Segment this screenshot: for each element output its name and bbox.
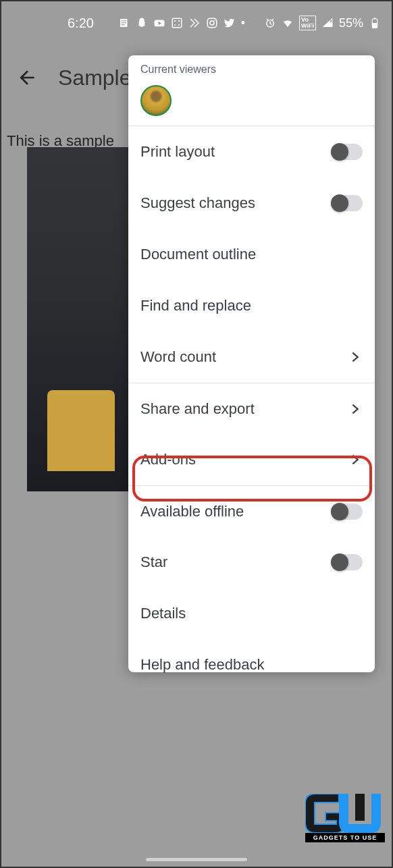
watermark-logo: GADGETS TO USE [305,794,386,842]
menu-label: Help and feedback [140,656,264,674]
chevron-right-icon [348,350,363,364]
signal-icon: ✕ [321,17,334,29]
navigation-handle[interactable] [146,858,247,861]
svg-rect-18 [355,794,365,821]
menu-find-replace[interactable]: Find and replace [128,280,375,331]
menu-label: Word count [140,348,216,366]
star-toggle[interactable] [332,554,363,570]
svg-rect-2 [121,22,126,23]
vowifi-indicator: VoWiFi [299,16,316,30]
menu-document-outline[interactable]: Document outline [128,229,375,280]
notification-icon [118,17,130,29]
chevron-right-icon [348,402,363,416]
svg-rect-5 [172,18,182,28]
menu-label: Details [140,605,186,622]
viewer-avatar[interactable] [140,85,172,116]
logo-u-icon [339,794,381,833]
svg-point-9 [178,24,180,26]
alarm-icon [264,17,276,29]
app-icon [188,17,201,29]
menu-help-feedback[interactable]: Help and feedback [128,639,375,690]
menu-star[interactable]: Star [128,537,375,588]
svg-text:✕: ✕ [328,18,333,24]
svg-point-11 [210,21,214,25]
print-layout-toggle[interactable] [332,144,363,160]
current-viewers-label: Current viewers [128,55,375,78]
status-bar: 6:20 • VoWiFi ✕ 55% [0,11,388,35]
svg-point-6 [174,20,176,22]
menu-label: Document outline [140,246,256,263]
overflow-menu: Current viewers Print layout Suggest cha… [128,55,375,672]
instagram-icon [206,17,218,29]
menu-print-layout[interactable]: Print layout [128,126,375,178]
viewers-row [128,78,375,126]
document-title: Sample [58,65,132,90]
back-button[interactable] [15,65,39,90]
menu-share-export[interactable]: Share and export [128,383,375,434]
svg-rect-16 [372,23,377,28]
svg-point-12 [214,20,215,21]
suggest-changes-toggle[interactable] [332,195,363,211]
twitter-icon [224,17,236,29]
menu-word-count[interactable]: Word count [128,331,375,383]
status-time: 6:20 [68,16,94,31]
svg-rect-17 [374,18,376,20]
menu-label: Suggest changes [140,194,255,212]
menu-label: Star [140,553,167,571]
apps-icon [171,17,183,29]
annotation-highlight [132,456,372,501]
svg-point-8 [174,24,176,26]
image-object [47,390,115,471]
wifi-icon [282,17,294,29]
offline-toggle[interactable] [332,504,363,520]
menu-label: Available offline [140,503,244,520]
youtube-icon [153,17,165,29]
snapchat-icon [136,17,148,29]
watermark-text: GADGETS TO USE [305,833,385,842]
menu-suggest-changes[interactable]: Suggest changes [128,178,375,229]
menu-label: Find and replace [140,297,251,315]
menu-label: Print layout [140,143,215,161]
battery-text: 55% [339,16,363,30]
svg-rect-1 [121,20,126,21]
menu-details[interactable]: Details [128,588,375,639]
more-dot: • [241,16,245,30]
battery-icon [369,17,381,29]
svg-rect-3 [121,24,124,25]
menu-label: Share and export [140,400,255,418]
svg-point-7 [178,20,180,22]
